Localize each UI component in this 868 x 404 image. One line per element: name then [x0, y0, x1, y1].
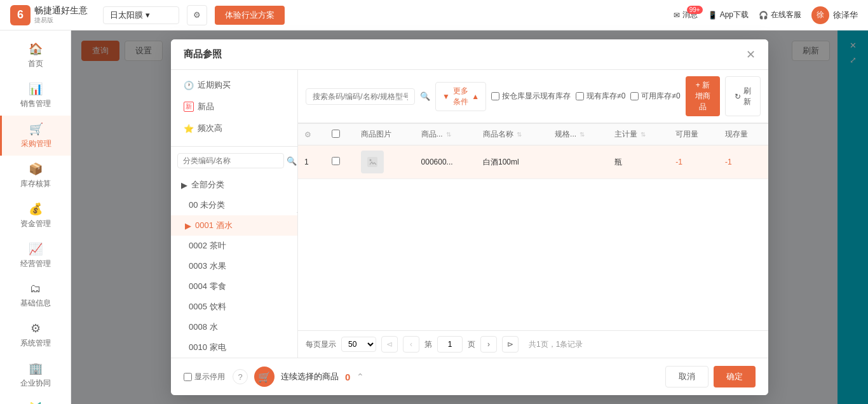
sort-spec-icon: ⇅	[580, 131, 585, 138]
add-product-button[interactable]: + 新增商品	[686, 76, 720, 116]
modal-close-button[interactable]: ✕	[746, 49, 756, 60]
nav-right: ✉ 消息 99+ 📱 App下载 🎧 在线客服 徐 徐泽华	[674, 6, 858, 24]
logo-sub: 捷易版	[34, 16, 88, 25]
tree-item-fruit[interactable]: 0003 水果	[171, 256, 297, 276]
category-search-row: 🔍	[171, 149, 297, 172]
right-panel: 🔍 ▼ 更多条件 ▲ 按仓库显示现有库存	[298, 70, 768, 358]
page-number-input[interactable]	[437, 336, 463, 353]
usable-checkbox-text: 可用库存≠0	[641, 91, 680, 102]
prev-page-button[interactable]: ‹	[403, 336, 419, 353]
operations-icon: 📈	[29, 242, 43, 256]
search-icon[interactable]: 🔍	[420, 91, 430, 101]
sidebar-item-basic[interactable]: 🗂 基础信息	[0, 276, 71, 315]
refresh-button[interactable]: ↻ 刷新	[725, 76, 761, 116]
modal-title: 商品参照	[184, 48, 222, 60]
table-row[interactable]: 1 000600... 白酒100ml	[298, 145, 768, 179]
col-code[interactable]: 商品... ⇅	[415, 124, 477, 145]
row-checkbox[interactable]	[332, 157, 340, 165]
confirm-button[interactable]: 确定	[714, 366, 756, 387]
product-search-input[interactable]	[306, 88, 415, 105]
col-gear[interactable]: ⚙	[298, 124, 325, 145]
sidebar-item-guide[interactable]: 🔰 新手引导	[0, 395, 71, 404]
cell-checkbox[interactable]	[325, 145, 355, 179]
toolbar-right: + 新增商品 ↻ 刷新	[686, 76, 761, 116]
cell-index: 1	[298, 145, 325, 179]
trial-button[interactable]: 体验行业方案	[215, 6, 285, 25]
sidebar-label-operations: 经营管理	[20, 259, 51, 269]
sidebar-item-operations[interactable]: 📈 经营管理	[0, 236, 71, 276]
cell-code: 000600...	[415, 145, 477, 179]
category-search-icon[interactable]: 🔍	[287, 156, 297, 166]
sidebar-item-enterprise[interactable]: 🏢 企业协同	[0, 355, 71, 395]
app-download-item[interactable]: 📱 App下载	[708, 10, 749, 20]
cell-image	[355, 145, 415, 179]
tree-item-drinks[interactable]: 0005 饮料	[171, 297, 297, 317]
message-item[interactable]: ✉ 消息 99+	[674, 10, 698, 20]
tree-item-uncategorized[interactable]: 00 未分类	[171, 195, 297, 215]
category-search-input[interactable]	[177, 153, 284, 168]
sidebar-item-home[interactable]: 🏠 首页	[0, 36, 71, 76]
tree-item-appliances[interactable]: 0010 家电	[171, 337, 297, 358]
col-checkbox[interactable]	[325, 124, 355, 145]
usable-checkbox-label[interactable]: 可用库存≠0	[630, 91, 680, 102]
online-service-item[interactable]: 🎧 在线客服	[759, 10, 801, 20]
warehouse-checkbox-text: 按仓库显示现有库存	[502, 91, 571, 102]
chevron-up-icon[interactable]: ⌃	[356, 372, 364, 382]
purchase-icon: 🛒	[29, 122, 43, 136]
tree-item-all[interactable]: ▶ 全部分类	[171, 175, 297, 195]
sidebar-item-inventory[interactable]: 📦 库存核算	[0, 156, 71, 196]
available-checkbox-text: 现有库存≠0	[587, 91, 625, 102]
help-button[interactable]: ?	[233, 369, 248, 384]
sidebar-item-finance[interactable]: 💰 资金管理	[0, 196, 71, 236]
settings-button[interactable]: ⚙	[187, 5, 207, 25]
display-stopped-label: 显示停用	[194, 372, 225, 382]
last-page-button[interactable]: ⊳	[502, 336, 519, 353]
tab-recent-purchase[interactable]: 🕐 近期购买	[177, 75, 291, 95]
cell-name: 白酒100ml	[477, 145, 548, 179]
tree-item-tea[interactable]: 0002 茶叶	[171, 236, 297, 256]
system-icon: ⚙	[31, 321, 41, 335]
warehouse-checkbox[interactable]	[491, 92, 499, 100]
user-area[interactable]: 徐 徐泽华	[811, 6, 858, 24]
store-selector[interactable]: 日太阳膜 ▾	[103, 6, 179, 24]
first-page-button[interactable]: ⊲	[381, 336, 398, 353]
sidebar-item-sales[interactable]: 📊 销售管理	[0, 76, 71, 116]
sort-code-icon: ⇅	[446, 131, 451, 138]
tab-frequent[interactable]: ⭐ 频次高	[177, 118, 291, 138]
sidebar-label-purchase: 采购管理	[21, 138, 51, 149]
next-page-button[interactable]: ›	[480, 336, 497, 353]
message-icon: ✉	[674, 11, 680, 20]
select-all-checkbox[interactable]	[332, 130, 340, 138]
filter-label: 更多条件	[452, 86, 469, 107]
refresh-icon: ↻	[735, 92, 741, 101]
col-unit[interactable]: 主计量 ⇅	[608, 124, 669, 145]
sidebar-item-system[interactable]: ⚙ 系统管理	[0, 315, 71, 355]
cancel-button[interactable]: 取消	[665, 366, 709, 387]
tree-item-snack[interactable]: 0004 零食	[171, 276, 297, 297]
modal-footer: 显示停用 ? 🛒 连续选择的商品 0 ⌃ 取消 确定	[171, 358, 768, 395]
col-name[interactable]: 商品名称 ⇅	[477, 124, 548, 145]
available-checkbox-label[interactable]: 现有库存≠0	[576, 91, 625, 102]
tree-item-water[interactable]: 0008 水	[171, 317, 297, 337]
basic-icon: 🗂	[30, 282, 41, 295]
sidebar: 🏠 首页 📊 销售管理 🛒 采购管理 📦 库存核算 💰 资金管理 📈 经营管理 …	[0, 30, 71, 404]
available-checkbox[interactable]	[576, 92, 584, 100]
filter-more-button[interactable]: ▼ 更多条件 ▲	[435, 82, 486, 111]
tree-item-liquor[interactable]: ▶ 0001 酒水	[171, 215, 297, 236]
sidebar-label-inventory: 库存核算	[20, 178, 51, 189]
usable-checkbox[interactable]	[630, 92, 639, 100]
enterprise-icon: 🏢	[29, 361, 43, 375]
sidebar-item-purchase[interactable]: 🛒 采购管理	[0, 116, 71, 156]
refresh-label: 刷新	[743, 86, 751, 107]
app-download-label: App下载	[720, 10, 749, 20]
col-image: 商品图片	[355, 124, 415, 145]
per-page-label: 每页显示	[306, 339, 336, 350]
left-panel: 🕐 近期购买 新 新品 ⭐ 频次高	[171, 70, 298, 358]
display-stopped-checkbox[interactable]	[184, 373, 192, 381]
warehouse-checkbox-label[interactable]: 按仓库显示现有库存	[491, 91, 571, 102]
col-spec[interactable]: 规格... ⇅	[548, 124, 608, 145]
product-thumbnail	[361, 151, 384, 173]
per-page-select[interactable]: 50 100 200	[341, 337, 376, 352]
pagination-bar: 每页显示 50 100 200 ⊲ ‹ 第 页 ›	[298, 330, 768, 358]
tab-new-products[interactable]: 新 新品	[177, 97, 291, 117]
